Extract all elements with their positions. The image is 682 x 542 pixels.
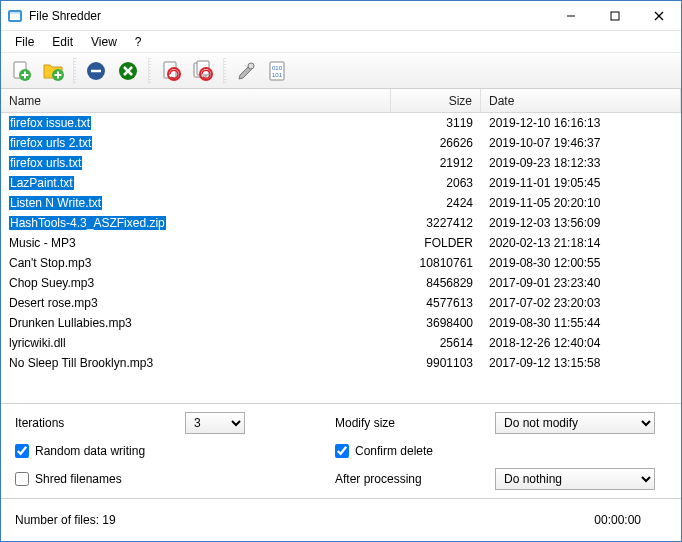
cell-date: 2019-08-30 12:00:55 — [481, 253, 681, 273]
cell-size: FOLDER — [391, 233, 481, 253]
settings-button[interactable] — [232, 57, 260, 85]
close-button[interactable] — [637, 1, 681, 31]
cell-size: 21912 — [391, 153, 481, 173]
iterations-label: Iterations — [15, 416, 185, 430]
cell-date: 2020-02-13 21:18:14 — [481, 233, 681, 253]
file-list[interactable]: firefox issue.txt31192019-12-10 16:16:13… — [1, 113, 681, 404]
cell-date: 2019-11-05 20:20:10 — [481, 193, 681, 213]
cell-name: HashTools-4.3_ASZFixed.zip — [1, 213, 391, 233]
random-data-label: Random data writing — [35, 444, 145, 458]
iterations-select[interactable]: 3 — [185, 412, 245, 434]
table-row[interactable]: firefox urls 2.txt266262019-10-07 19:46:… — [1, 133, 681, 153]
table-row[interactable]: firefox issue.txt31192019-12-10 16:16:13 — [1, 113, 681, 133]
column-header-size[interactable]: Size — [391, 89, 481, 112]
menu-edit[interactable]: Edit — [44, 33, 81, 51]
add-file-button[interactable] — [7, 57, 35, 85]
cell-date: 2019-12-10 16:16:13 — [481, 113, 681, 133]
shred-filenames-label: Shred filenames — [35, 472, 122, 486]
cell-size: 3227412 — [391, 213, 481, 233]
clear-button[interactable] — [114, 57, 142, 85]
table-row[interactable]: HashTools-4.3_ASZFixed.zip32274122019-12… — [1, 213, 681, 233]
table-row[interactable]: lyricwiki.dll256142018-12-26 12:40:04 — [1, 333, 681, 353]
cell-name: Chop Suey.mp3 — [1, 273, 391, 293]
svg-point-24 — [248, 63, 254, 69]
cell-size: 2424 — [391, 193, 481, 213]
maximize-button[interactable] — [593, 1, 637, 31]
table-row[interactable]: Listen N Write.txt24242019-11-05 20:20:1… — [1, 193, 681, 213]
cell-date: 2019-10-07 19:46:37 — [481, 133, 681, 153]
add-folder-button[interactable] — [39, 57, 67, 85]
cell-date: 2019-09-23 18:12:33 — [481, 153, 681, 173]
shred-filenames-checkbox[interactable] — [15, 472, 29, 486]
cell-name: Can't Stop.mp3 — [1, 253, 391, 273]
confirm-delete-checkbox[interactable] — [335, 444, 349, 458]
menu-file[interactable]: File — [7, 33, 42, 51]
table-row[interactable]: firefox urls.txt219122019-09-23 18:12:33 — [1, 153, 681, 173]
cell-size: 10810761 — [391, 253, 481, 273]
menu-view[interactable]: View — [83, 33, 125, 51]
cell-size: 3698400 — [391, 313, 481, 333]
cell-size: 3119 — [391, 113, 481, 133]
table-row[interactable]: Music - MP3FOLDER2020-02-13 21:18:14 — [1, 233, 681, 253]
svg-rect-2 — [10, 12, 20, 14]
svg-text:101: 101 — [272, 72, 283, 78]
table-row[interactable]: Drunken Lullabies.mp336984002019-08-30 1… — [1, 313, 681, 333]
cell-name: firefox urls 2.txt — [1, 133, 391, 153]
table-row[interactable]: Desert rose.mp345776132017-07-02 23:20:0… — [1, 293, 681, 313]
title-bar: File Shredder — [1, 1, 681, 31]
svg-text:010: 010 — [272, 65, 283, 71]
cell-name: No Sleep Till Brooklyn.mp3 — [1, 353, 391, 373]
toolbar-separator — [148, 58, 151, 84]
cell-size: 2063 — [391, 173, 481, 193]
cell-date: 2017-09-12 13:15:58 — [481, 353, 681, 373]
shred-files-button[interactable] — [157, 57, 185, 85]
window-title: File Shredder — [29, 9, 549, 23]
cell-name: lyricwiki.dll — [1, 333, 391, 353]
menu-help[interactable]: ? — [127, 33, 150, 51]
after-processing-label: After processing — [335, 472, 495, 486]
cell-name: firefox urls.txt — [1, 153, 391, 173]
cell-date: 2019-12-03 13:56:09 — [481, 213, 681, 233]
cell-name: Music - MP3 — [1, 233, 391, 253]
modify-size-label: Modify size — [335, 416, 495, 430]
app-icon — [7, 8, 23, 24]
menu-bar: File Edit View ? — [1, 31, 681, 53]
list-header: Name Size Date — [1, 89, 681, 113]
cell-size: 8456829 — [391, 273, 481, 293]
status-file-count: Number of files: 19 — [15, 513, 116, 527]
cell-size: 4577613 — [391, 293, 481, 313]
toolbar: 010101 — [1, 53, 681, 89]
column-header-name[interactable]: Name — [1, 89, 391, 112]
cell-date: 2019-08-30 11:55:44 — [481, 313, 681, 333]
toolbar-separator — [223, 58, 226, 84]
remove-button[interactable] — [82, 57, 110, 85]
after-processing-select[interactable]: Do nothing — [495, 468, 655, 490]
modify-size-select[interactable]: Do not modify — [495, 412, 655, 434]
status-bar: Number of files: 19 00:00:00 — [1, 499, 681, 541]
cell-size: 26626 — [391, 133, 481, 153]
table-row[interactable]: Chop Suey.mp384568292017-09-01 23:23:40 — [1, 273, 681, 293]
table-row[interactable]: No Sleep Till Brooklyn.mp399011032017-09… — [1, 353, 681, 373]
cell-date: 2018-12-26 12:40:04 — [481, 333, 681, 353]
cell-date: 2017-09-01 23:23:40 — [481, 273, 681, 293]
cell-date: 2017-07-02 23:20:03 — [481, 293, 681, 313]
cell-size: 9901103 — [391, 353, 481, 373]
binary-view-button[interactable]: 010101 — [264, 57, 292, 85]
cell-name: LazPaint.txt — [1, 173, 391, 193]
table-row[interactable]: Can't Stop.mp3108107612019-08-30 12:00:5… — [1, 253, 681, 273]
shred-folders-button[interactable] — [189, 57, 217, 85]
cell-name: Drunken Lullabies.mp3 — [1, 313, 391, 333]
random-data-checkbox[interactable] — [15, 444, 29, 458]
cell-name: Listen N Write.txt — [1, 193, 391, 213]
cell-size: 25614 — [391, 333, 481, 353]
cell-name: Desert rose.mp3 — [1, 293, 391, 313]
confirm-delete-label: Confirm delete — [355, 444, 433, 458]
cell-date: 2019-11-01 19:05:45 — [481, 173, 681, 193]
minimize-button[interactable] — [549, 1, 593, 31]
options-panel: Iterations 3 Modify size Do not modify R… — [1, 404, 681, 499]
status-timer: 00:00:00 — [594, 513, 641, 527]
toolbar-separator — [73, 58, 76, 84]
svg-rect-4 — [611, 12, 619, 20]
table-row[interactable]: LazPaint.txt20632019-11-01 19:05:45 — [1, 173, 681, 193]
column-header-date[interactable]: Date — [481, 89, 681, 112]
